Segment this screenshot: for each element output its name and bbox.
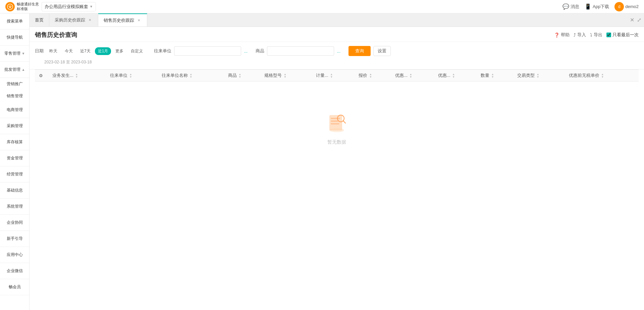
inventory-label: 库存核算	[7, 139, 23, 145]
sidebar-item-ecommerce-mgmt[interactable]: 电商管理	[0, 102, 29, 118]
chevron-up-icon: ▲	[22, 68, 25, 71]
app-selector-label: 办公用品行业模拟账套	[45, 4, 88, 10]
sidebar-item-sales-mgmt[interactable]: 销售管理	[0, 90, 29, 102]
sidebar-item-app-center[interactable]: 应用中心	[0, 247, 29, 263]
date-btn-today[interactable]: 今天	[62, 47, 76, 55]
sort-arrows-tax-free-price: ▲▼	[601, 73, 604, 79]
date-filter-label: 日期	[35, 48, 44, 54]
fullscreen-btn[interactable]: ⤢	[637, 17, 641, 23]
goods-input[interactable]	[267, 46, 334, 56]
sidebar-item-search-menu[interactable]: 搜索菜单	[0, 13, 29, 30]
th-biz-date[interactable]: 业务发生... ▲▼	[48, 70, 106, 82]
date-btn-yesterday[interactable]: 昨天	[46, 47, 60, 55]
th-settings[interactable]: ⚙	[35, 70, 48, 82]
sidebar: 搜索菜单 快捷导航 零售管理 ▼ 批发管理 ▲ 营销推广 销售管理 电商管理 采…	[0, 13, 30, 310]
enterprise-coop-label: 企业协同	[7, 220, 23, 225]
tab-sales-history[interactable]: 销售历史价跟踪 ✕	[98, 13, 147, 27]
logo-area: 畅捷通好生意 标准版	[5, 2, 39, 11]
th-spec[interactable]: 规格型号 ▲▼	[260, 70, 312, 82]
sidebar-item-enterprise-wechat[interactable]: 企业微信	[0, 263, 29, 279]
sidebar-item-wholesale-mgmt[interactable]: 批发管理 ▲	[0, 62, 29, 78]
sort-arrows-goods: ▲▼	[238, 73, 241, 79]
th-counterpart[interactable]: 往来单位 ▲▼	[106, 70, 157, 82]
date-buttons: 昨天 今天 近7天 近1月 更多 自定义	[46, 47, 146, 55]
only-last-checkbox-wrapper[interactable]: 只看最后一次	[606, 32, 639, 38]
page-header: 销售历史价查询 ❓ 帮助 ⤴ 导入 ⤵ 导出	[30, 27, 644, 42]
date-btn-last1month[interactable]: 近1月	[95, 47, 111, 55]
close-tab-btn[interactable]: ✕	[630, 17, 634, 23]
empty-state: 暂无数据	[35, 82, 639, 172]
data-table: ⚙ 业务发生... ▲▼ 往来单位 ▲▼ 往来单位名称	[35, 69, 639, 82]
new-guide-label: 新手引导	[7, 236, 23, 242]
user-menu[interactable]: d demo2	[614, 2, 639, 11]
goods-label: 商品	[256, 48, 264, 54]
sidebar-item-system-mgmt[interactable]: 系统管理	[0, 199, 29, 215]
message-btn[interactable]: 💬 消息	[562, 3, 579, 10]
sidebar-item-new-guide[interactable]: 新手引导	[0, 231, 29, 247]
help-btn[interactable]: ❓ 帮助	[554, 32, 570, 38]
th-tax-free-price[interactable]: 优惠前无税单价 ▲▼	[565, 70, 639, 82]
goods-ellipsis[interactable]: ...	[337, 49, 340, 54]
sidebar-item-member[interactable]: 畅会员	[0, 279, 29, 295]
basic-info-label: 基础信息	[7, 188, 23, 193]
sidebar-item-inventory[interactable]: 库存核算	[0, 134, 29, 150]
sort-arrows-discount1: ▲▼	[410, 73, 412, 79]
date-btn-custom[interactable]: 自定义	[128, 47, 146, 55]
tab-bar: 首页 采购历史价跟踪 ✕ 销售历史价跟踪 ✕ ✕ ⤢	[30, 13, 644, 27]
settings-button[interactable]: 设置	[373, 46, 391, 56]
sidebar-item-basic-info[interactable]: 基础信息	[0, 183, 29, 199]
export-icon: ⤵	[590, 33, 592, 38]
quick-nav-label: 快捷导航	[7, 35, 23, 40]
th-quote[interactable]: 报价 ▲▼	[355, 70, 391, 82]
sidebar-item-marketing[interactable]: 营销推广	[0, 78, 29, 90]
sidebar-item-retail-mgmt[interactable]: 零售管理 ▼	[0, 46, 29, 62]
sidebar-item-quick-nav[interactable]: 快捷导航	[0, 30, 29, 46]
th-trade-type[interactable]: 交易类型 ▲▼	[513, 70, 565, 82]
table-header-row: ⚙ 业务发生... ▲▼ 往来单位 ▲▼ 往来单位名称	[35, 70, 639, 82]
query-button[interactable]: 查询	[348, 46, 371, 56]
content-area: 首页 采购历史价跟踪 ✕ 销售历史价跟踪 ✕ ✕ ⤢ 销售历史价查询	[30, 13, 644, 310]
tab-purchase-history-close[interactable]: ✕	[87, 17, 93, 23]
counterpart-ellipsis[interactable]: ...	[244, 49, 248, 54]
th-quantity[interactable]: 数量 ▲▼	[477, 70, 513, 82]
tab-sales-history-close[interactable]: ✕	[136, 18, 142, 23]
import-btn[interactable]: ⤴ 导入	[574, 32, 586, 38]
tab-purchase-history[interactable]: 采购历史价跟踪 ✕	[49, 13, 98, 27]
th-unit[interactable]: 计量... ▲▼	[312, 70, 355, 82]
tab-sales-history-label: 销售历史价跟踪	[104, 17, 134, 23]
chevron-down-icon: ▼	[22, 52, 25, 55]
th-discount1[interactable]: 优惠... ▲▼	[391, 70, 434, 82]
settings-icon: ⚙	[39, 73, 43, 78]
top-bar-right: 💬 消息 📱 App下载 d demo2	[562, 2, 639, 11]
sidebar-item-finance-mgmt[interactable]: 资金管理	[0, 150, 29, 166]
app-download-btn[interactable]: 📱 App下载	[585, 3, 609, 10]
th-counterpart-name[interactable]: 往来单位名称 ▲▼	[158, 70, 224, 82]
svg-rect-5	[331, 120, 338, 122]
logo-text: 畅捷通好生意 标准版	[17, 2, 39, 11]
counterpart-input[interactable]	[174, 46, 241, 56]
tab-purchase-history-label: 采购历史价跟踪	[55, 17, 85, 23]
sort-arrows-trade-type: ▲▼	[537, 73, 539, 79]
date-btn-last7days[interactable]: 近7天	[77, 47, 94, 55]
page-title: 销售历史价查询	[35, 31, 77, 39]
export-label: 导出	[594, 32, 602, 38]
sales-mgmt-label: 销售管理	[7, 93, 23, 99]
th-goods[interactable]: 商品 ▲▼	[224, 70, 261, 82]
filter-area: 日期 昨天 今天 近7天 近1月 更多 自定义 往来单位	[30, 42, 644, 69]
sidebar-item-purchase-mgmt[interactable]: 采购管理	[0, 118, 29, 134]
counterpart-label: 往来单位	[154, 48, 171, 54]
only-last-checkbox[interactable]	[606, 33, 611, 37]
sidebar-item-operations-mgmt[interactable]: 经营管理	[0, 166, 29, 183]
sort-arrows-spec: ▲▼	[284, 73, 286, 79]
date-btn-more[interactable]: 更多	[112, 47, 126, 55]
th-discount2[interactable]: 优惠... ▲▼	[434, 70, 477, 82]
app-selector[interactable]: 办公用品行业模拟账套 ▼	[42, 2, 96, 11]
import-icon: ⤴	[574, 33, 576, 38]
top-bar-left: 畅捷通好生意 标准版 办公用品行业模拟账套 ▼	[5, 2, 96, 11]
export-btn[interactable]: ⤵ 导出	[590, 32, 602, 38]
tab-home[interactable]: 首页	[30, 13, 49, 27]
table-area: ⚙ 业务发生... ▲▼ 往来单位 ▲▼ 往来单位名称	[30, 69, 644, 172]
chevron-down-icon: ▼	[90, 5, 93, 8]
enterprise-wechat-label: 企业微信	[7, 268, 23, 274]
sidebar-item-enterprise-coop[interactable]: 企业协同	[0, 215, 29, 231]
